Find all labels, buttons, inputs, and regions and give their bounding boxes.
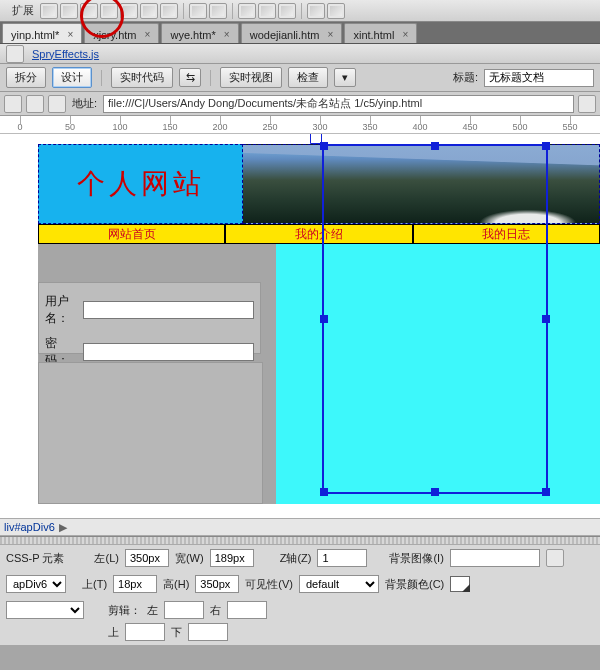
top-toolbar: 扩展 [0,0,600,22]
toolbar-icon-2[interactable] [60,3,78,19]
split-button[interactable]: 拆分 [6,67,46,88]
element-id-select[interactable]: apDiv6 [6,575,66,593]
clip-bottom-input[interactable] [188,623,228,641]
bgcolor-swatch[interactable] [450,576,470,592]
toolbar-icon-5[interactable] [120,3,138,19]
related-file-link[interactable]: SpryEffects.js [32,48,99,60]
ruler-tick-label: 200 [212,122,227,132]
toolbar-icon-1[interactable] [40,3,58,19]
overflow-select[interactable] [6,601,84,619]
username-input[interactable] [83,301,254,319]
properties-panel: CSS-P 元素 左(L) 宽(W) Z轴(Z) 背景图像(I) apDiv6 … [0,536,600,645]
bgcolor-label: 背景颜色(C) [385,577,444,592]
z-input[interactable] [317,549,367,567]
nav-cell[interactable]: 网站首页 [38,224,225,244]
separator [210,70,211,86]
document-tab[interactable]: xint.html× [344,23,417,43]
resize-handle-br[interactable] [542,488,550,496]
password-input[interactable] [83,343,254,361]
folder-icon[interactable] [546,549,564,567]
toolbar-separator [301,3,302,19]
view-toolbar: 拆分 设计 实时代码 ⇆ 实时视图 检查 ▾ 标题: [0,64,600,92]
browser-options-icon[interactable]: ▾ [334,68,356,87]
clip-left-input[interactable] [164,601,204,619]
design-button[interactable]: 设计 [52,67,92,88]
inspect-button[interactable]: 检查 [288,67,328,88]
address-label: 地址: [72,96,97,111]
resize-handle-t[interactable] [431,142,439,150]
document-tabstrip: yinp.html*×xjsry.htm×wye.htm*×wodejianli… [0,22,600,44]
address-bar: 地址: [0,92,600,116]
toolbar-icon-3[interactable] [80,3,98,19]
panel-grip[interactable] [0,537,600,545]
toolbar-icon-10[interactable] [238,3,256,19]
bgimage-input[interactable] [450,549,540,567]
document-title-input[interactable] [484,69,594,87]
top-input[interactable] [113,575,157,593]
toolbar-icon-12[interactable] [278,3,296,19]
left-input[interactable] [125,549,169,567]
toolbar-icon-8[interactable] [189,3,207,19]
height-label: 高(H) [163,577,189,592]
resize-handle-bl[interactable] [320,488,328,496]
site-title-cell[interactable]: 个人网站 [38,144,243,224]
resize-handle-tl[interactable] [320,142,328,150]
clip-right-input[interactable] [227,601,267,619]
document-tab[interactable]: wye.htm*× [161,23,238,43]
resize-handle-r[interactable] [542,315,550,323]
close-icon[interactable]: × [325,30,335,40]
width-input[interactable] [210,549,254,567]
clip-label: 剪辑： [108,603,141,618]
bgimage-label: 背景图像(I) [389,551,443,566]
close-icon[interactable]: × [400,30,410,40]
source-icon[interactable] [6,45,24,63]
toolbar-icon-6[interactable] [140,3,158,19]
tab-label: wodejianli.htm [250,29,320,41]
visibility-select[interactable]: default [299,575,379,593]
z-label: Z轴(Z) [280,551,312,566]
chevron-right-icon: ▶ [59,521,67,534]
resize-handle-l[interactable] [320,315,328,323]
height-input[interactable] [195,575,239,593]
toolbar-icon-11[interactable] [258,3,276,19]
close-icon[interactable]: × [65,30,75,40]
close-icon[interactable]: × [142,30,152,40]
toolbar-icon-13[interactable] [307,3,325,19]
tab-label: xjsry.htm [93,29,136,41]
resize-handle-tr[interactable] [542,142,550,150]
back-icon[interactable] [4,95,22,113]
close-icon[interactable]: × [222,30,232,40]
ruler-tick-label: 0 [17,122,22,132]
tag-selector-bar[interactable]: liv#apDiv6 ▶ [0,518,600,536]
selected-apdiv[interactable] [322,144,548,494]
clip-top-input[interactable] [125,623,165,641]
document-tab[interactable]: xjsry.htm× [84,23,159,43]
document-tab[interactable]: wodejianli.htm× [241,23,343,43]
document-tab[interactable]: yinp.html*× [2,23,82,43]
toolbar-icon-7[interactable] [160,3,178,19]
site-title-text: 个人网站 [77,165,205,203]
toolbar-icon-4[interactable] [100,3,118,19]
toolbar-separator [232,3,233,19]
ruler-tick-label: 300 [312,122,327,132]
address-input[interactable] [103,95,574,113]
toolbar-icon-9[interactable] [209,3,227,19]
horizontal-ruler: 050100150200250300350400450500550 [0,116,600,134]
forward-icon[interactable] [26,95,44,113]
clip-right-label: 右 [210,603,221,618]
toolbar-icon-14[interactable] [327,3,345,19]
left-column: 用户名： 密 码： [38,244,276,504]
refresh-icon[interactable] [578,95,596,113]
liveview-button[interactable]: 实时视图 [220,67,282,88]
livecode-options-icon[interactable]: ⇆ [179,68,201,87]
tab-label: yinp.html* [11,29,59,41]
tab-label: xint.html [353,29,394,41]
login-box: 用户名： 密 码： [38,282,261,354]
ruler-tick-label: 500 [512,122,527,132]
livecode-button[interactable]: 实时代码 [111,67,173,88]
resize-handle-b[interactable] [431,488,439,496]
design-canvas[interactable]: 个人网站 网站首页我的介绍我的日志 用户名： 密 码： [0,134,600,518]
separator [101,70,102,86]
tag-path[interactable]: liv#apDiv6 [4,521,55,533]
home-icon[interactable] [48,95,66,113]
